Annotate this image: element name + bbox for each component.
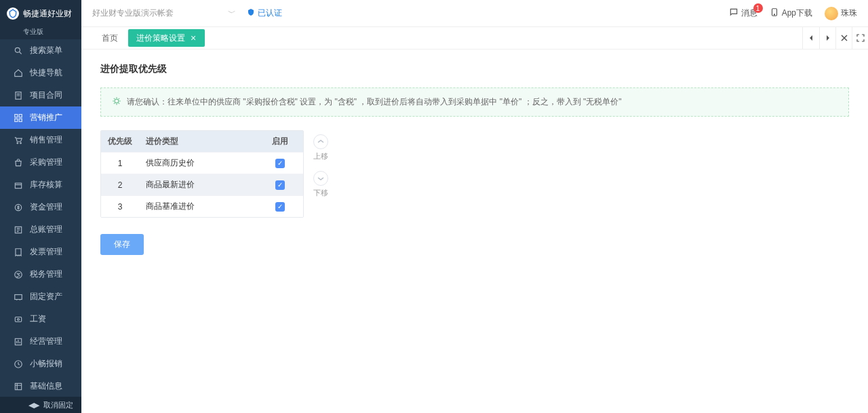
sidebar-item-5[interactable]: 采购管理 [0, 151, 81, 174]
fullscreen-button[interactable] [852, 27, 868, 50]
avatar-icon [825, 7, 838, 20]
checkbox-checked-icon[interactable]: ✓ [275, 180, 285, 190]
svg-rect-8 [15, 183, 21, 189]
salary-icon [14, 315, 23, 324]
col-type: 进价类型 [139, 131, 257, 152]
account-name: 好业财专业版演示帐套 [92, 7, 174, 19]
sidebar-item-label: 固定资产 [30, 291, 62, 302]
bag-icon [14, 158, 23, 168]
sidebar-item-2[interactable]: 项目合同 [0, 84, 81, 106]
sidebar-item-label: 库存核算 [30, 179, 62, 191]
move-down-label: 下移 [313, 188, 328, 198]
user-name: 珠珠 [841, 7, 857, 19]
svg-point-20 [774, 14, 774, 15]
download-button[interactable]: App下载 [770, 7, 812, 19]
sidebar-item-label: 资金管理 [30, 201, 62, 213]
tab-home-label: 首页 [102, 33, 118, 44]
svg-rect-17 [15, 383, 21, 389]
sidebar-item-13[interactable]: 经营管理 [0, 330, 81, 353]
asset-icon [14, 292, 23, 302]
save-button[interactable]: 保存 [100, 234, 144, 255]
cell-priority: 3 [101, 197, 139, 216]
sidebar-item-14[interactable]: 小畅报销 [0, 353, 81, 375]
sidebar-item-4[interactable]: 销售管理 [0, 129, 81, 151]
sidebar-item-3[interactable]: 营销推广 [0, 106, 81, 129]
pin-label: 取消固定 [43, 400, 73, 410]
sidebar-item-7[interactable]: 资金管理 [0, 196, 81, 218]
sidebar: 畅捷通好业财 专业版 搜索菜单快捷导航项目合同营销推广销售管理采购管理库存核算资… [0, 0, 81, 413]
svg-point-7 [20, 142, 22, 144]
cell-enable: ✓ [257, 197, 303, 216]
download-icon [770, 7, 779, 19]
brand-logo-icon [7, 7, 19, 20]
move-up-label: 上移 [313, 151, 328, 161]
tax-icon [14, 270, 23, 279]
verified-badge: 已认证 [247, 7, 282, 19]
tab-controls [802, 27, 868, 49]
table-body: 1供应商历史价✓2商品最新进价✓3商品基准进价✓ [101, 152, 303, 217]
user-menu[interactable]: 珠珠 [825, 7, 857, 20]
sidebar-item-10[interactable]: 税务管理 [0, 263, 81, 286]
cell-priority: 2 [101, 176, 139, 195]
sidebar-item-label: 采购管理 [30, 157, 62, 168]
sidebar-item-label: 发票管理 [30, 246, 62, 258]
brand: 畅捷通好业财 [0, 0, 81, 27]
topbar-left: 好业财专业版演示帐套 ﹀ 已认证 [92, 7, 282, 19]
svg-rect-2 [15, 114, 18, 117]
nav: 搜索菜单快捷导航项目合同营销推广销售管理采购管理库存核算资金管理总账管理发票管理… [0, 39, 81, 413]
checkbox-checked-icon[interactable]: ✓ [275, 159, 285, 168]
tab-next-button[interactable] [819, 27, 835, 50]
sidebar-item-label: 经营管理 [30, 336, 62, 347]
table-row[interactable]: 3商品基准进价✓ [101, 195, 303, 217]
sidebar-item-label: 总账管理 [30, 224, 62, 235]
sidebar-item-6[interactable]: 库存核算 [0, 174, 81, 196]
sidebar-item-label: 基础信息 [30, 380, 62, 392]
shield-icon [247, 8, 255, 18]
pin-icon: ◀▶ [28, 401, 39, 410]
checkbox-checked-icon[interactable]: ✓ [275, 202, 285, 212]
cell-enable: ✓ [257, 153, 303, 173]
tab-close-all-button[interactable] [835, 27, 852, 50]
table-row[interactable]: 1供应商历史价✓ [101, 152, 303, 174]
tab-active[interactable]: 进价策略设置 × [128, 29, 205, 47]
notice-banner: 请您确认：往来单位中的供应商 "采购报价含税" 设置，为 "含税" ，取到进价后… [100, 87, 849, 117]
doc-icon [14, 91, 23, 100]
message-icon [729, 7, 738, 19]
sidebar-item-label: 销售管理 [30, 134, 62, 146]
svg-rect-5 [19, 119, 22, 121]
message-badge: 1 [753, 3, 763, 13]
main: 好业财专业版演示帐套 ﹀ 已认证 消息 1 [81, 0, 868, 413]
tabbar: 首页 进价策略设置 × [81, 27, 868, 50]
col-priority: 优先级 [101, 131, 139, 152]
move-up-button[interactable]: 上移 [313, 134, 328, 161]
col-enable: 启用 [257, 131, 303, 152]
sidebar-item-15[interactable]: 基础信息 [0, 375, 81, 397]
cell-priority: 1 [101, 154, 139, 173]
account-select[interactable]: 好业财专业版演示帐套 ﹀ [92, 7, 236, 19]
info-icon [14, 382, 23, 391]
brand-sub: 专业版 [0, 27, 81, 39]
table-head: 优先级 进价类型 启用 [101, 131, 303, 152]
verified-label: 已认证 [258, 7, 282, 19]
move-down-button[interactable]: 下移 [313, 171, 328, 198]
sidebar-item-8[interactable]: 总账管理 [0, 218, 81, 241]
sidebar-item-12[interactable]: 工资 [0, 308, 81, 330]
sidebar-item-1[interactable]: 快捷导航 [0, 62, 81, 84]
tab-prev-button[interactable] [803, 27, 819, 50]
sidebar-item-label: 项目合同 [30, 90, 62, 101]
close-icon[interactable]: × [191, 33, 196, 43]
sidebar-item-9[interactable]: 发票管理 [0, 241, 81, 263]
sidebar-item-label: 营销推广 [30, 112, 62, 123]
table-row[interactable]: 2商品最新进价✓ [101, 174, 303, 195]
info-icon [112, 96, 121, 108]
tab-home[interactable]: 首页 [92, 27, 128, 49]
search-icon [14, 46, 23, 56]
message-button[interactable]: 消息 1 [729, 7, 757, 19]
svg-rect-4 [15, 119, 18, 121]
cell-type: 供应商历史价 [139, 153, 257, 174]
sidebar-item-0[interactable]: 搜索菜单 [0, 39, 81, 62]
sidebar-item-11[interactable]: 固定资产 [0, 286, 81, 308]
coin-icon [14, 203, 23, 212]
pin-toggle[interactable]: ◀▶ 取消固定 [0, 397, 81, 413]
svg-point-0 [15, 47, 20, 52]
